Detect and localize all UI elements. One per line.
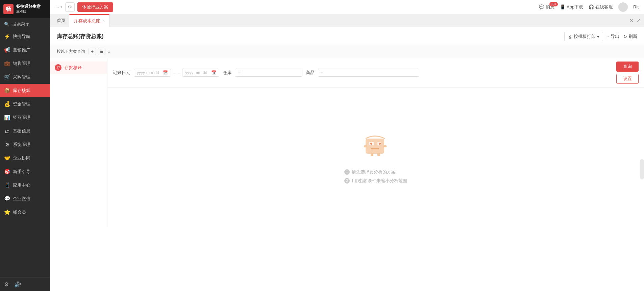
sidebar-item-guide[interactable]: 🎯 新手引导 [0,165,50,178]
username[interactable]: Rit [633,4,639,9]
scheme-item-inventory[interactable]: 存 存货总账 [50,62,107,74]
operations-icon: 📊 [4,115,10,121]
scheme-item-label: 存货总账 [64,65,82,71]
topbar: ··· ▾ ⚙ 体验行业方案 💬 消息 99+ 📱 App下载 🎧 在线客服 [50,0,644,14]
audio-icon[interactable]: 🔊 [14,281,21,288]
date-start-input[interactable]: yyyy-mm-dd 📅 [134,69,171,77]
product-label: 商品 [306,70,315,76]
print-button[interactable]: 🖨 按模板打印 ▾ [564,32,603,41]
message-btn[interactable]: 💬 消息 99+ [539,4,554,10]
sidebar-item-label: 应用中心 [13,182,30,188]
tab-inventory-ledger[interactable]: 库存成本总账 × [69,14,110,27]
sidebar-item-wechat[interactable]: 💬 企业微信 [0,192,50,205]
sales-icon: 💼 [4,60,10,67]
sidebar-item-purchase[interactable]: 🛒 采购管理 [0,70,50,84]
headset-icon: 🎧 [589,4,594,9]
sidebar-item-inventory[interactable]: 📦 库存核算 [0,84,50,97]
date-separator: — [174,70,179,75]
sidebar-item-shortcut[interactable]: ⚡ 快捷导航 [0,30,50,43]
tab-bar: 首页 库存成本总账 × ✕ ⤢ [50,14,644,27]
filter-collapse-button[interactable]: « [107,49,110,54]
app-download-btn[interactable]: 📱 App下载 [560,4,583,10]
wechat-icon: 💬 [4,196,10,202]
purchase-icon: 🛒 [4,74,10,80]
resize-icon[interactable]: ⤢ [636,17,641,24]
sidebar-item-cooperation[interactable]: 🤝 企业协同 [0,151,50,165]
tab-home[interactable]: 首页 [53,18,69,24]
sidebar-item-label: 资金管理 [13,101,30,107]
sidebar-item-label: 新手引导 [13,169,30,175]
breadcrumb: ··· ▾ [55,4,63,9]
inventory-icon: 📦 [4,88,10,94]
sidebar-item-label: 企业协同 [13,155,30,161]
svg-rect-0 [366,139,384,154]
breadcrumb-text: ··· [55,4,59,9]
tab-close-icon[interactable]: × [102,19,105,23]
export-button[interactable]: ↑ 导出 [607,33,620,40]
app-name: 畅捷通好生意 [16,4,41,9]
sidebar-item-label: 畅会员 [13,209,26,215]
sidebar-item-basic[interactable]: 🗂 基础信息 [0,124,50,138]
action-buttons: 查询 设置 [616,62,639,84]
cooperation-icon: 🤝 [4,155,10,161]
message-icon: 💬 [539,4,544,9]
gear-icon: ⚙ [68,4,72,9]
basic-icon: 🗂 [4,128,10,134]
query-button[interactable]: 查询 [616,62,639,72]
search-icon: 🔍 [4,22,9,27]
sidebar-item-marketing[interactable]: 📢 营销推广 [0,43,50,57]
filter-add-button[interactable]: + [89,48,96,55]
sidebar-item-app-center[interactable]: 📱 应用中心 [0,178,50,192]
vip-icon: ⭐ [4,209,10,215]
shortcut-icon: ⚡ [4,33,10,40]
marketing-icon: 📢 [4,47,10,53]
sidebar-item-vip[interactable]: ⭐ 畅会员 [0,205,50,219]
logo-icon: 畅 [3,4,14,14]
tip-item-1: 1 请先选择要分析的方案 [344,169,407,175]
scroll-indicator [640,159,644,179]
sidebar-item-label: 营销推广 [13,47,30,53]
sidebar-item-operations[interactable]: 📊 经营管理 [0,111,50,124]
date-end-input[interactable]: yyyy-mm-dd 📅 [182,69,219,77]
app-logo: 畅 畅捷通好生意 标准版 [0,0,50,18]
sidebar-item-label: 采购管理 [13,74,30,80]
message-badge: 99+ [549,2,558,6]
sidebar-item-system[interactable]: ⚙ 系统管理 [0,138,50,151]
tip-number-2: 2 [344,178,350,184]
svg-rect-7 [377,153,380,156]
filter-more-button[interactable]: ☰ [98,48,105,55]
settings-icon[interactable]: ⚙ [4,281,9,288]
svg-point-9 [379,143,381,145]
gear-button[interactable]: ⚙ [65,2,75,12]
close-icon[interactable]: ✕ [629,17,634,24]
svg-rect-5 [383,145,387,147]
date-label: 记账日期 [113,70,130,76]
content-body: 存 存货总账 记账日期 yyyy-mm-dd 📅 — yyyy-mm-dd [50,58,644,227]
nav-menu: ⚡ 快捷导航 📢 营销推广 💼 销售管理 🛒 采购管理 📦 库存核算 💰 资金管… [0,30,50,277]
sidebar-item-label: 销售管理 [13,60,30,67]
sidebar-item-label: 库存核算 [13,88,30,94]
avatar [618,2,628,12]
warehouse-label: 仓库 [223,70,231,76]
chevron-down-icon: ▾ [60,5,63,9]
dots-icon: ··· [238,70,241,75]
warehouse-select[interactable]: ··· [235,69,302,77]
page-actions: 🖨 按模板打印 ▾ ↑ 导出 ↻ 刷新 [564,32,638,41]
settings-button[interactable]: 设置 [616,74,639,84]
search-menu[interactable]: 🔍 搜索菜单 [0,18,50,30]
sidebar-item-finance[interactable]: 💰 资金管理 [0,97,50,111]
print-expand-icon: ▾ [597,34,599,39]
dots-icon: ··· [321,70,324,75]
page-header: 库存总账(存货总账) 🖨 按模板打印 ▾ ↑ 导出 ↻ 刷新 [50,27,644,45]
app-edition: 标准版 [16,9,41,14]
product-select[interactable]: ··· [318,69,419,77]
sidebar-item-sales[interactable]: 💼 销售管理 [0,57,50,70]
guide-icon: 🎯 [4,169,10,175]
empty-illustration [359,128,393,162]
online-service-btn[interactable]: 🎧 在线客服 [589,4,613,10]
refresh-button[interactable]: ↻ 刷新 [623,33,637,40]
content-area: 库存总账(存货总账) 🖨 按模板打印 ▾ ↑ 导出 ↻ 刷新 按以下方案查询 [50,27,644,291]
calendar-icon: 📅 [163,70,168,75]
tab-label: 库存成本总账 [74,18,100,24]
industry-btn[interactable]: 体验行业方案 [77,2,113,12]
